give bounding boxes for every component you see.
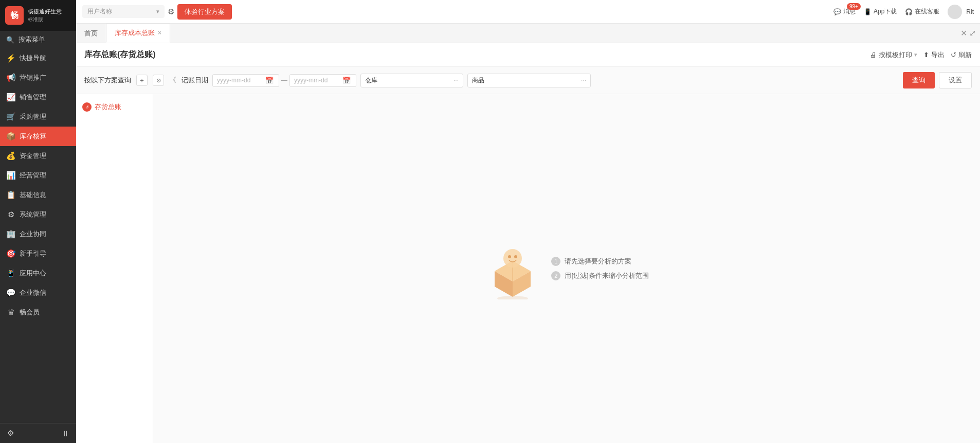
- user-name: Rit: [966, 8, 974, 15]
- quick-nav-icon: ⚡: [6, 54, 15, 63]
- sidebar-item-weixin[interactable]: 💬 企业微信: [0, 283, 76, 303]
- warehouse-more-icon[interactable]: ···: [453, 77, 459, 84]
- expand-icon[interactable]: ⤢: [969, 28, 976, 38]
- close-panel-icon[interactable]: ✕: [960, 28, 967, 38]
- sidebar-item-finance[interactable]: 💰 资金管理: [0, 146, 76, 166]
- sidebar-item-label: 经营管理: [20, 171, 46, 180]
- calendar-from-icon[interactable]: 📅: [265, 77, 274, 84]
- message-button[interactable]: 💬 消息 99+: [833, 7, 856, 16]
- empty-box-svg: [484, 243, 541, 299]
- sidebar-item-purchase[interactable]: 🛒 采购管理: [0, 107, 76, 127]
- sidebar-search[interactable]: 🔍 搜索菜单: [0, 31, 76, 48]
- enterprise-icon: 🏢: [6, 229, 15, 239]
- date-separator: —: [281, 77, 287, 84]
- refresh-button[interactable]: ↺ 刷新: [951, 50, 972, 60]
- sidebar-item-basic-info[interactable]: 📋 基础信息: [0, 185, 76, 205]
- search-icon: 🔍: [6, 36, 14, 44]
- date-range: 📅 — 📅: [212, 74, 356, 87]
- user-avatar-area[interactable]: Rit: [948, 5, 974, 19]
- filter-clear-button[interactable]: ⊘: [153, 75, 164, 86]
- print-icon: 🖨: [870, 51, 877, 59]
- sidebar-item-system[interactable]: ⚙ 系统管理: [0, 205, 76, 224]
- app-download-button[interactable]: 📱 App下载: [864, 7, 897, 16]
- sidebar-item-operations[interactable]: 📊 经营管理: [0, 166, 76, 185]
- app-name: 畅捷通好生意: [28, 8, 62, 15]
- calendar-to-icon[interactable]: 📅: [342, 77, 351, 84]
- sidebar-item-label: 快捷导航: [20, 54, 46, 63]
- online-service-button[interactable]: 🎧 在线客服: [905, 7, 939, 16]
- sidebar-item-member[interactable]: ♛ 畅会员: [0, 303, 76, 322]
- empty-illustration: [484, 243, 536, 294]
- svg-text:↺: ↺: [85, 105, 89, 110]
- left-panel: ↺ 存货总账: [76, 94, 153, 443]
- refresh-icon: ↺: [951, 51, 956, 59]
- settings-button[interactable]: ⚙: [7, 429, 14, 438]
- date-from-input[interactable]: [217, 77, 263, 84]
- date-to-field[interactable]: 📅: [289, 74, 356, 87]
- export-label: 导出: [931, 50, 945, 60]
- tab-inventory-ledger[interactable]: 库存成本总账 ×: [106, 24, 170, 43]
- product-field[interactable]: 商品 ···: [467, 74, 591, 87]
- hint-item-2: 2 用[过滤]条件来缩小分析范围: [551, 271, 648, 280]
- audio-button[interactable]: ⏸: [61, 429, 69, 438]
- sidebar-item-label: 系统管理: [20, 210, 46, 219]
- message-icon: 💬: [833, 8, 841, 15]
- hint-item-1: 1 请先选择要分析的方案: [551, 257, 648, 266]
- app-center-icon: 📱: [6, 269, 15, 278]
- refresh-label: 刷新: [958, 50, 972, 60]
- sidebar-item-label: 营销推广: [20, 73, 46, 82]
- finance-icon: 💰: [6, 151, 15, 161]
- sidebar-footer: ⚙ ⏸: [0, 423, 76, 443]
- sidebar-item-label: 资金管理: [20, 151, 46, 161]
- search-label: 搜索菜单: [19, 35, 45, 44]
- avatar: [948, 5, 962, 19]
- sidebar-item-label: 采购管理: [20, 112, 46, 121]
- filter-bar: 按以下方案查询 + ⊘ 《 记账日期 📅 — 📅: [76, 67, 980, 94]
- date-label: 记账日期: [182, 76, 208, 85]
- page-header-actions: 🖨 按模板打印 ▾ ⬆ 导出 ↺ 刷新: [870, 50, 972, 60]
- sidebar-item-sales[interactable]: 📈 销售管理: [0, 87, 76, 107]
- sidebar-item-label: 企业协同: [20, 229, 46, 239]
- setting-button[interactable]: 设置: [939, 72, 972, 88]
- filter-collapse-button[interactable]: 《: [169, 76, 176, 85]
- right-panel: 1 请先选择要分析的方案 2 用[过滤]条件来缩小分析范围: [153, 94, 980, 443]
- trial-button[interactable]: 体验行业方案: [177, 4, 232, 20]
- sidebar-item-inventory[interactable]: 📦 库存核算: [0, 127, 76, 146]
- print-label: 按模板打印: [879, 50, 912, 60]
- scheme-label: 存货总账: [95, 102, 121, 112]
- date-from-field[interactable]: 📅: [212, 74, 279, 87]
- operations-icon: 📊: [6, 171, 15, 180]
- gear-icon[interactable]: ⚙: [168, 7, 174, 16]
- query-button[interactable]: 查询: [903, 72, 935, 88]
- filter-add-button[interactable]: +: [136, 75, 148, 86]
- empty-hints: 1 请先选择要分析的方案 2 用[过滤]条件来缩小分析范围: [551, 257, 648, 280]
- sidebar-item-new-guide[interactable]: 🎯 新手引导: [0, 244, 76, 263]
- main-area: 用户名称 ▾ ⚙ 体验行业方案 💬 消息 99+ 📱 App下载 🎧 在线客服: [76, 0, 980, 443]
- empty-state: 1 请先选择要分析的方案 2 用[过滤]条件来缩小分析范围: [484, 243, 648, 294]
- sidebar-item-app-center[interactable]: 📱 应用中心: [0, 263, 76, 283]
- user-selector[interactable]: 用户名称 ▾: [82, 5, 165, 18]
- header-right: 💬 消息 99+ 📱 App下载 🎧 在线客服 Rit: [833, 5, 974, 19]
- page-header: 库存总账(存货总账) 🖨 按模板打印 ▾ ⬆ 导出 ↺ 刷新: [76, 43, 980, 67]
- member-icon: ♛: [6, 308, 15, 317]
- sidebar-item-quick-nav[interactable]: ⚡ 快捷导航: [0, 48, 76, 68]
- sidebar-item-label: 畅会员: [20, 308, 40, 317]
- filter-fields: 记账日期 📅 — 📅 仓库 ···: [182, 72, 972, 88]
- sidebar-item-marketing[interactable]: 📢 营销推广: [0, 68, 76, 87]
- hint-num-2: 2: [551, 271, 560, 280]
- warehouse-field[interactable]: 仓库 ···: [360, 74, 463, 87]
- sidebar-item-enterprise[interactable]: 🏢 企业协同: [0, 224, 76, 244]
- scheme-item-inventory[interactable]: ↺ 存货总账: [76, 98, 153, 116]
- new-guide-icon: 🎯: [6, 249, 15, 258]
- basic-info-icon: 📋: [6, 190, 15, 200]
- page-content: 库存总账(存货总账) 🖨 按模板打印 ▾ ⬆ 导出 ↺ 刷新 按以下方案查询: [76, 43, 980, 443]
- product-more-icon[interactable]: ···: [581, 77, 586, 84]
- sidebar-item-label: 销售管理: [20, 93, 46, 102]
- print-button[interactable]: 🖨 按模板打印 ▾: [870, 50, 917, 60]
- tab-close-icon[interactable]: ×: [158, 29, 161, 37]
- date-to-input[interactable]: [294, 77, 340, 84]
- tab-home[interactable]: 首页: [76, 25, 106, 42]
- export-button[interactable]: ⬆ 导出: [923, 50, 945, 60]
- print-chevron-icon: ▾: [914, 51, 917, 58]
- logo-icon: 畅: [5, 6, 24, 25]
